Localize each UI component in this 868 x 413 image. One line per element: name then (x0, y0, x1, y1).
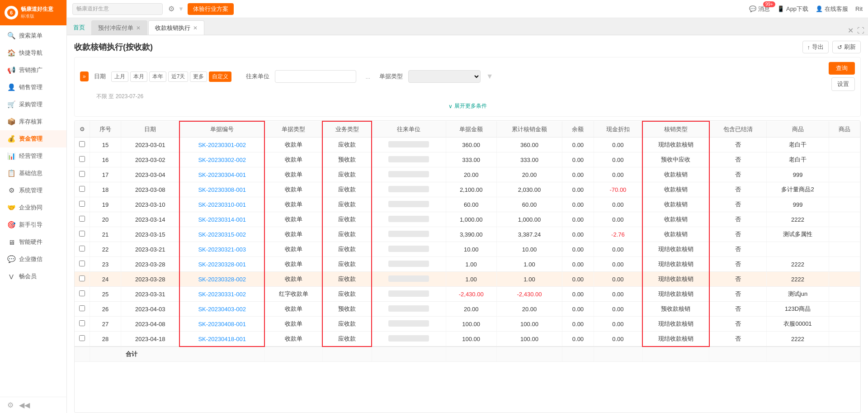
td-settings[interactable] (75, 138, 90, 152)
td-cash-discount: 0.00 (594, 332, 642, 347)
td-bill-no: SK-20230408-001 (179, 317, 264, 332)
date-btn-more[interactable]: 更多 (190, 71, 207, 82)
td-no: 27 (90, 317, 121, 332)
tab-close-all-icon[interactable]: ✕ (848, 26, 854, 35)
tab-payable-close-icon[interactable]: ✕ (136, 25, 141, 31)
td-settings[interactable] (75, 317, 90, 332)
sidebar-item-marketing[interactable]: 📢 营销推广 (0, 62, 66, 79)
bill-no-link[interactable]: SK-20230321-003 (198, 246, 246, 253)
collapse-icon[interactable]: ◀◀ (19, 401, 30, 409)
tab-expand-icon[interactable]: ⛶ (857, 27, 864, 35)
row-checkbox[interactable] (79, 290, 85, 296)
row-checkbox[interactable] (79, 335, 85, 341)
bill-no-link[interactable]: SK-20230304-001 (198, 171, 246, 178)
online-service[interactable]: 👤 在线客服 (816, 5, 848, 13)
td-cancel-type: 预收款核销 (642, 302, 709, 317)
row-checkbox[interactable] (79, 246, 85, 252)
td-settings[interactable] (75, 152, 90, 167)
finance-icon: 💰 (7, 135, 15, 143)
app-download[interactable]: 📱 App下载 (777, 5, 808, 13)
partner-filter-input[interactable] (275, 70, 356, 83)
bill-no-link[interactable]: SK-20230328-001 (198, 261, 246, 268)
bill-no-link[interactable]: SK-20230418-001 (198, 336, 246, 342)
bill-no-link[interactable]: SK-20230328-002 (198, 276, 246, 283)
solution-button[interactable]: 体验行业方案 (188, 3, 234, 15)
row-checkbox[interactable] (79, 216, 85, 222)
query-button[interactable]: 查询 (829, 62, 855, 75)
sidebar-item-wechat[interactable]: 💬 企业微信 (0, 251, 66, 268)
sidebar-item-sales[interactable]: 👤 销售管理 (0, 79, 66, 96)
sidebar-item-operations[interactable]: 📊 经营管理 (0, 147, 66, 165)
td-total-cancel: 333.00 (496, 152, 562, 167)
row-checkbox[interactable] (79, 156, 85, 162)
filter-toggle-button[interactable]: » (80, 71, 89, 81)
tab-home[interactable]: 首页 (68, 20, 90, 35)
td-settings[interactable] (75, 287, 90, 302)
user-name[interactable]: Rit (855, 5, 863, 12)
td-settings[interactable] (75, 332, 90, 347)
bill-no-link[interactable]: SK-20230331-002 (198, 291, 246, 298)
sidebar-item-quicknav[interactable]: 🏠 快捷导航 (0, 44, 66, 62)
td-product: 衣服00001 (767, 317, 829, 332)
date-btn-this-year[interactable]: 本年 (149, 71, 166, 82)
row-checkbox[interactable] (79, 320, 85, 326)
td-settings[interactable] (75, 302, 90, 317)
td-cash-discount: 0.00 (594, 212, 642, 227)
sidebar-item-purchase[interactable]: 🛒 采购管理 (0, 96, 66, 113)
app-download-icon: 📱 (777, 5, 784, 12)
tab-payable[interactable]: 预付冲应付单 ✕ (91, 20, 147, 35)
sidebar-item-guide[interactable]: 🎯 新手引导 (0, 216, 66, 233)
export-button[interactable]: ↑ 导出 (802, 41, 829, 53)
sidebar-item-search[interactable]: 🔍 搜索菜单 (0, 27, 66, 44)
td-product2 (829, 317, 860, 332)
td-settings[interactable] (75, 167, 90, 182)
settings-bottom-icon[interactable]: ⚙ (7, 401, 14, 409)
td-settings[interactable] (75, 197, 90, 212)
td-settings[interactable] (75, 257, 90, 272)
expand-filter-button[interactable]: ∨ 展开更多条件 (80, 102, 855, 110)
date-btn-last-month[interactable]: 上月 (111, 71, 128, 82)
td-settings[interactable] (75, 242, 90, 257)
date-btn-this-month[interactable]: 本月 (130, 71, 147, 82)
row-checkbox[interactable] (79, 261, 85, 266)
message-badge[interactable]: 💬 消息 99+ (749, 5, 770, 13)
date-btn-7days[interactable]: 近7天 (168, 71, 189, 82)
row-checkbox[interactable] (79, 231, 85, 237)
sidebar-item-hardware[interactable]: 🖥 智能硬件 (0, 233, 66, 251)
td-bill-type: 收款单 (264, 242, 322, 257)
bill-no-link[interactable]: SK-20230308-001 (198, 186, 246, 193)
row-checkbox[interactable] (79, 186, 85, 192)
td-settings[interactable] (75, 212, 90, 227)
sidebar-item-basic[interactable]: 📋 基础信息 (0, 165, 66, 182)
topbar-gear-icon[interactable]: ⚙ (168, 5, 175, 13)
url-bar[interactable]: 畅康道好生意 (72, 3, 163, 15)
sidebar-item-member[interactable]: V 畅会员 (0, 268, 66, 285)
sidebar-item-system[interactable]: ⚙ 系统管理 (0, 182, 66, 199)
sidebar-item-corp[interactable]: 🤝 企业协同 (0, 199, 66, 216)
bill-no-link[interactable]: SK-20230301-002 (198, 142, 246, 148)
date-btn-custom[interactable]: 自定义 (209, 71, 231, 82)
bill-no-link[interactable]: SK-20230315-002 (198, 231, 246, 238)
td-settings[interactable] (75, 182, 90, 197)
td-settings[interactable] (75, 227, 90, 242)
bill-no-link[interactable]: SK-20230314-001 (198, 216, 246, 223)
row-checkbox[interactable] (79, 275, 85, 281)
bill-no-link[interactable]: SK-20230403-002 (198, 306, 246, 313)
tab-collection-close-icon[interactable]: ✕ (193, 25, 198, 31)
refresh-button[interactable]: ↺ 刷新 (832, 41, 861, 53)
bill-no-link[interactable]: SK-20230310-001 (198, 201, 246, 208)
td-biz-type: 应收款 (322, 272, 372, 287)
tab-collection[interactable]: 收款核销执行 ✕ (148, 20, 204, 35)
row-checkbox[interactable] (79, 171, 85, 177)
td-settings[interactable] (75, 272, 90, 287)
voucher-type-select[interactable] (408, 70, 481, 83)
row-checkbox[interactable] (79, 141, 85, 147)
row-checkbox[interactable] (79, 201, 85, 207)
th-settings[interactable]: ⚙ (75, 121, 90, 138)
sidebar-item-inventory[interactable]: 📦 库存核算 (0, 113, 66, 130)
row-checkbox[interactable] (79, 305, 85, 311)
bill-no-link[interactable]: SK-20230408-001 (198, 321, 246, 328)
bill-no-link[interactable]: SK-20230302-002 (198, 157, 246, 163)
setting-button[interactable]: 设置 (831, 77, 855, 91)
sidebar-item-finance[interactable]: 💰 资金管理 (0, 130, 66, 147)
